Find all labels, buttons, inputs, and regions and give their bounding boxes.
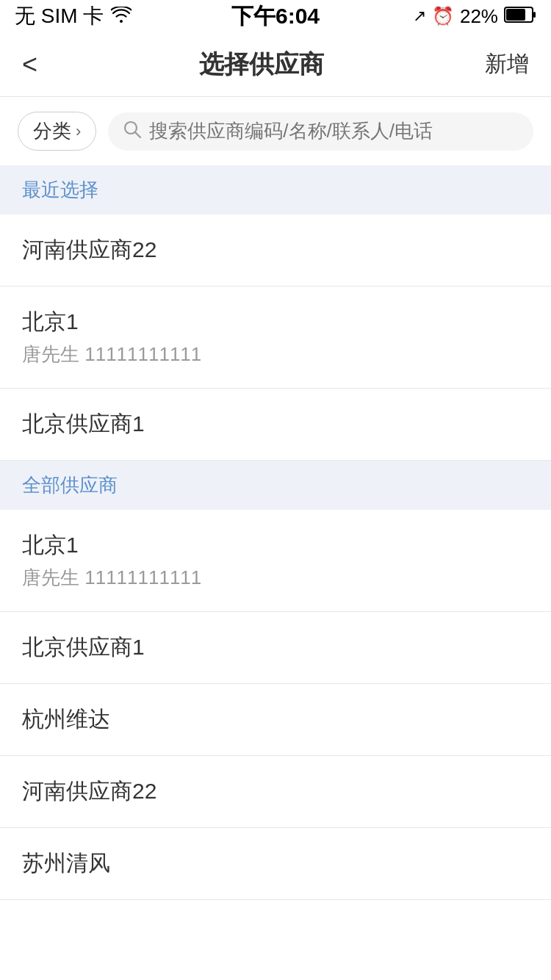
recent-section-header: 最近选择 xyxy=(0,165,551,215)
status-right: ↗ ⏰ 22% xyxy=(413,5,536,28)
search-input[interactable] xyxy=(149,120,519,143)
all-list-item[interactable]: 河南供应商22 xyxy=(0,756,551,828)
battery-icon xyxy=(504,5,536,28)
add-new-button[interactable]: 新增 xyxy=(485,49,529,79)
item-sub: 唐先生 11111111111 xyxy=(22,565,529,591)
all-items-list: 北京1唐先生 11111111111北京供应商1杭州维达河南供应商22苏州清风 xyxy=(0,510,551,900)
wifi-icon xyxy=(111,4,132,28)
status-bar: 无 SIM 卡 下午6:04 ↗ ⏰ 22% xyxy=(0,0,551,32)
svg-line-4 xyxy=(135,132,140,137)
item-name: 河南供应商22 xyxy=(22,235,529,265)
all-list-item[interactable]: 北京1唐先生 11111111111 xyxy=(0,510,551,612)
category-filter-button[interactable]: 分类 › xyxy=(18,112,96,151)
no-sim-text: 无 SIM 卡 xyxy=(15,2,104,30)
filter-bar: 分类 › xyxy=(0,97,551,165)
category-label: 分类 xyxy=(33,118,71,144)
all-section-header: 全部供应商 xyxy=(0,461,551,510)
all-list-item[interactable]: 苏州清风 xyxy=(0,828,551,900)
recent-list-item[interactable]: 河南供应商22 xyxy=(0,215,551,287)
back-button[interactable]: < xyxy=(22,49,37,80)
recent-list-item[interactable]: 北京供应商1 xyxy=(0,389,551,461)
svg-rect-2 xyxy=(533,12,536,18)
status-time: 下午6:04 xyxy=(231,1,320,32)
item-name: 北京1 xyxy=(22,307,529,337)
all-section-label: 全部供应商 xyxy=(22,474,118,496)
item-name: 北京供应商1 xyxy=(22,633,529,663)
location-icon: ↗ xyxy=(413,7,426,26)
item-name: 河南供应商22 xyxy=(22,777,529,807)
all-list-item[interactable]: 北京供应商1 xyxy=(0,612,551,684)
all-list-item[interactable]: 杭州维达 xyxy=(0,684,551,756)
alarm-icon: ⏰ xyxy=(432,6,454,26)
item-name: 北京供应商1 xyxy=(22,409,529,439)
battery-percent: 22% xyxy=(460,5,498,28)
status-left: 无 SIM 卡 xyxy=(15,2,132,30)
chevron-right-icon: › xyxy=(76,122,81,141)
search-icon xyxy=(123,120,142,143)
recent-list-item[interactable]: 北京1唐先生 11111111111 xyxy=(0,287,551,389)
item-name: 杭州维达 xyxy=(22,705,529,735)
page-title: 选择供应商 xyxy=(199,48,324,82)
svg-rect-1 xyxy=(506,9,525,21)
item-name: 北京1 xyxy=(22,530,529,561)
recent-section-label: 最近选择 xyxy=(22,179,98,201)
item-sub: 唐先生 11111111111 xyxy=(22,342,529,367)
recent-items-list: 河南供应商22北京1唐先生 11111111111北京供应商1 xyxy=(0,215,551,461)
nav-bar: < 选择供应商 新增 xyxy=(0,32,551,97)
item-name: 苏州清风 xyxy=(22,849,529,879)
search-bar xyxy=(108,112,533,151)
